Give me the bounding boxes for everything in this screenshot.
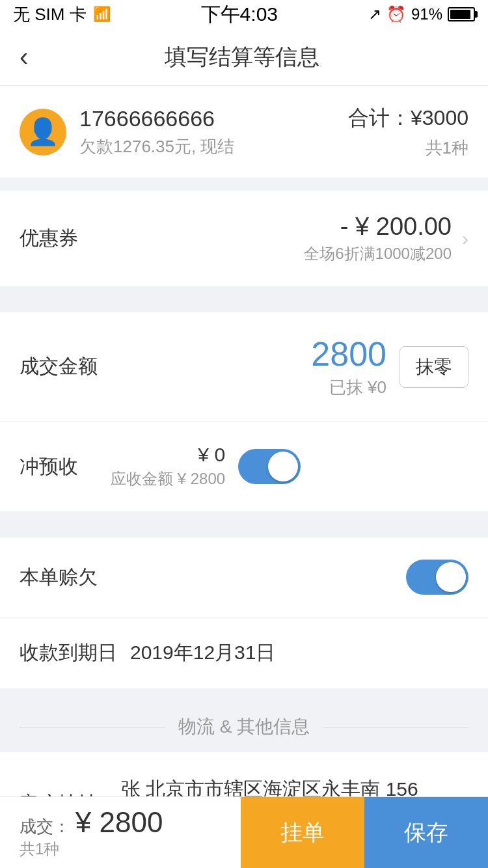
amount-row: 成交金额 2800 已抹 ¥0 抹零 bbox=[0, 312, 488, 422]
debt-label: 本单赊欠 bbox=[20, 564, 111, 591]
amount-label: 成交金额 bbox=[20, 353, 111, 380]
debt-row: 本单赊欠 bbox=[0, 537, 488, 617]
debt-toggle[interactable] bbox=[406, 560, 468, 595]
coupon-right: - ¥ 200.00 全场6折满1000减200 bbox=[111, 213, 452, 264]
nav-bar: ‹ 填写结算等信息 bbox=[0, 29, 488, 86]
page-title: 填写结算等信息 bbox=[41, 42, 442, 72]
coupon-row[interactable]: 优惠券 - ¥ 200.00 全场6折满1000减200 › bbox=[0, 191, 488, 286]
total-count: 共1种 bbox=[348, 137, 468, 159]
save-button[interactable]: 保存 bbox=[364, 797, 488, 868]
debt-section: 本单赊欠 收款到期日 2019年12月31日 bbox=[0, 537, 488, 688]
carrier-label: 无 SIM 卡 bbox=[13, 3, 87, 26]
toggle-knob bbox=[268, 452, 298, 481]
hold-button[interactable]: 挂单 bbox=[241, 797, 364, 868]
bottom-bar: 成交： ¥ 2800 共1种 挂单 保存 bbox=[0, 796, 488, 868]
battery-percent: 91% bbox=[411, 5, 442, 23]
due-date-label: 收款到期日 bbox=[20, 640, 117, 666]
divider-2 bbox=[0, 524, 488, 537]
customer-card: 👤 17666666666 欠款1276.35元, 现结 合计：¥3000 共1… bbox=[0, 86, 488, 178]
main-content: 👤 17666666666 欠款1276.35元, 现结 合计：¥3000 共1… bbox=[0, 86, 488, 868]
total-amount: 合计：¥3000 bbox=[348, 104, 468, 133]
amount-right: 2800 已抹 ¥0 抹零 bbox=[111, 334, 468, 399]
coupon-discount: - ¥ 200.00 bbox=[340, 213, 452, 241]
due-date-value: 2019年12月31日 bbox=[130, 640, 275, 666]
location-icon: ↗ bbox=[368, 5, 381, 23]
wifi-icon: 📶 bbox=[93, 6, 111, 23]
logistics-header: 物流 & 其他信息 bbox=[0, 701, 488, 752]
bottom-deal-row: 成交： ¥ 2800 bbox=[20, 806, 221, 839]
customer-debt: 欠款1276.35元, 现结 bbox=[79, 135, 348, 158]
logistics-header-text: 物流 & 其他信息 bbox=[178, 714, 310, 739]
back-button[interactable]: ‹ bbox=[20, 42, 28, 72]
coupon-label: 优惠券 bbox=[20, 225, 111, 252]
bottom-deal-label: 成交： bbox=[20, 817, 70, 836]
status-right: ↗ ⏰ 91% bbox=[368, 5, 475, 23]
total-label: 合计： bbox=[348, 106, 411, 129]
total-value: ¥3000 bbox=[411, 106, 468, 129]
prepay-sub: 应收金额 ¥ 2800 bbox=[111, 468, 225, 489]
coupon-value: - ¥ 200.00 全场6折满1000减200 bbox=[111, 213, 452, 264]
prepay-values: ¥ 0 应收金额 ¥ 2800 bbox=[111, 444, 225, 489]
prepay-toggle[interactable] bbox=[238, 449, 301, 484]
avatar: 👤 bbox=[20, 109, 66, 156]
battery-fill bbox=[450, 10, 470, 19]
battery-icon bbox=[448, 7, 475, 21]
prepay-amount: ¥ 0 bbox=[198, 444, 225, 466]
status-left: 无 SIM 卡 📶 bbox=[13, 3, 111, 26]
bottom-count: 共1种 bbox=[20, 839, 221, 860]
prepay-row: 冲预收 ¥ 0 应收金额 ¥ 2800 bbox=[0, 422, 488, 511]
customer-info: 17666666666 欠款1276.35元, 现结 bbox=[79, 106, 348, 158]
amount-section: 成交金额 2800 已抹 ¥0 抹零 冲预收 ¥ 0 应收金额 ¥ 2800 bbox=[0, 312, 488, 511]
bottom-amount: ¥ 2800 bbox=[75, 806, 163, 838]
round-button[interactable]: 抹零 bbox=[400, 346, 468, 388]
user-icon: 👤 bbox=[27, 116, 59, 147]
deal-amount-value: 2800 bbox=[311, 334, 386, 373]
bottom-buttons: 挂单 保存 bbox=[241, 797, 488, 868]
coupon-desc: 全场6折满1000减200 bbox=[304, 243, 452, 264]
coupon-section: 优惠券 - ¥ 200.00 全场6折满1000减200 › bbox=[0, 191, 488, 286]
customer-phone: 17666666666 bbox=[79, 106, 348, 131]
due-date-row: 收款到期日 2019年12月31日 bbox=[0, 617, 488, 688]
debt-toggle-knob bbox=[436, 562, 466, 592]
alarm-icon: ⏰ bbox=[386, 5, 406, 23]
divider-1 bbox=[0, 299, 488, 312]
bottom-summary: 成交： ¥ 2800 共1种 bbox=[0, 806, 241, 860]
customer-total: 合计：¥3000 共1种 bbox=[348, 104, 468, 159]
chevron-right-icon: › bbox=[462, 228, 468, 250]
amount-values: 2800 已抹 ¥0 bbox=[311, 334, 386, 399]
status-time: 下午4:03 bbox=[201, 1, 278, 28]
prepay-label: 冲预收 bbox=[20, 454, 111, 480]
amount-erased: 已抹 ¥0 bbox=[329, 376, 386, 399]
status-bar: 无 SIM 卡 📶 下午4:03 ↗ ⏰ 91% bbox=[0, 0, 488, 29]
